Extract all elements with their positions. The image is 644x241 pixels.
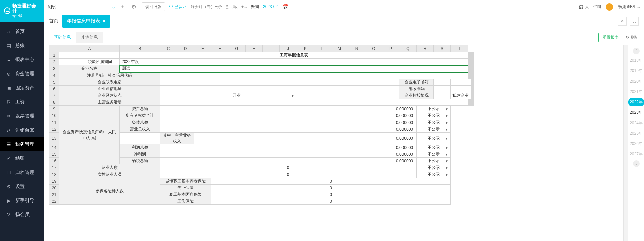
subtab-other[interactable]: 其他信息 [76, 32, 103, 43]
cell[interactable] [451, 86, 471, 92]
col-header[interactable]: H [246, 45, 263, 52]
brand-name: 畅捷通好会计 [12, 3, 40, 14]
year-option[interactable]: 2022年 [628, 98, 644, 106]
sidebar-item-tax[interactable]: ☰税务管理 [0, 137, 44, 151]
year-option[interactable]: 2026年 [628, 140, 644, 148]
col-header[interactable]: S [434, 45, 451, 52]
sheet-title: 工商年报信息表 [120, 52, 468, 59]
col-header[interactable]: I [263, 45, 280, 52]
year-option[interactable]: 2019年 [628, 67, 644, 75]
switch-old-button[interactable]: 切回旧版 [142, 2, 165, 11]
row-header[interactable]: 6 [49, 86, 59, 92]
row-header[interactable]: 2 [49, 59, 59, 65]
col-header[interactable]: L [314, 45, 331, 52]
year-down-icon[interactable]: ⌄ [633, 160, 640, 167]
inventory-icon: ⇄ [6, 128, 11, 133]
sidebar-item-label: 工资 [15, 99, 25, 105]
col-header[interactable]: C [160, 45, 177, 52]
col-header[interactable]: J [280, 45, 297, 52]
field-label: 企业联系电话 [59, 79, 160, 86]
expand-button[interactable]: ⛶ [630, 17, 639, 26]
year-up-icon[interactable]: ⌃ [633, 48, 640, 54]
period-value[interactable]: 2023-02 [263, 4, 278, 9]
year-option[interactable]: 2023年 [628, 108, 644, 117]
sidebar-item-archive[interactable]: ☐归档管理 [0, 165, 44, 180]
row-header[interactable]: 4 [49, 72, 59, 79]
year-option[interactable]: 2020年 [628, 77, 644, 86]
scrollbar-vertical[interactable] [623, 45, 628, 241]
year-option[interactable]: 2021年 [628, 88, 644, 96]
sidebar-item-invoice[interactable]: ✉发票管理 [0, 109, 44, 123]
subtab-basic[interactable]: 基础信息 [49, 32, 76, 43]
fund-icon: ⊙ [6, 71, 11, 77]
cell[interactable]: 私营企业 [451, 92, 471, 99]
col-header[interactable]: A [59, 45, 120, 52]
sidebar-item-inventory[interactable]: ⇄进销台账 [0, 123, 44, 137]
col-header[interactable]: G [228, 45, 246, 52]
certified-badge: 🛡 已认证 [169, 4, 186, 10]
year-option[interactable]: 2024年 [628, 119, 644, 127]
calendar-icon[interactable]: 📅 [282, 3, 289, 11]
col-header[interactable]: O [365, 45, 382, 52]
sidebar-item-salary[interactable]: ⎘工资 [0, 95, 44, 109]
close-all-tabs-button[interactable]: ✕ [618, 17, 627, 26]
close-icon: ✓ [6, 156, 11, 161]
add-icon[interactable]: ＋ [119, 3, 126, 11]
sidebar-item-guide[interactable]: ▶新手引导 [0, 194, 44, 208]
col-header[interactable]: Q [399, 45, 417, 52]
col-header[interactable]: K [297, 45, 314, 52]
company-name-cell[interactable]: 测试 [120, 65, 468, 72]
reset-button[interactable]: 重置报表 [598, 33, 623, 42]
col-header[interactable]: M [331, 45, 348, 52]
cell[interactable] [451, 79, 471, 86]
guide-icon: ▶ [6, 198, 11, 203]
cell[interactable]: 开业 [177, 92, 297, 99]
tab-home[interactable]: 首页 [49, 18, 58, 24]
sidebar-item-ledger[interactable]: ▤总账 [0, 39, 44, 53]
cell[interactable] [177, 86, 297, 92]
sidebar-item-settings[interactable]: ⚙设置 [0, 180, 44, 194]
sidebar-item-label: 固定资产 [15, 85, 34, 91]
cell[interactable] [177, 79, 297, 86]
sidebar-item-vip[interactable]: V畅会员 [0, 208, 44, 222]
col-header[interactable]: P [382, 45, 399, 52]
tax-icon: ☰ [6, 142, 11, 147]
row-header[interactable]: 3 [49, 65, 59, 72]
row-header[interactable]: 5 [49, 79, 59, 86]
org-selector[interactable]: 测试 ⌵ [48, 2, 115, 12]
year-option[interactable]: 2018年 [628, 56, 644, 65]
field-label: 主营业务活动 [59, 99, 160, 106]
row-header[interactable]: 8 [49, 99, 59, 106]
vip-icon: V [6, 212, 11, 218]
col-header[interactable]: N [348, 45, 365, 52]
gear-icon[interactable]: ⚙ [130, 3, 138, 11]
col-header[interactable]: F [211, 45, 228, 52]
sidebar-item-label: 发票管理 [15, 113, 34, 119]
sidebar-item-fund[interactable]: ⊙资金管理 [0, 67, 44, 81]
avatar[interactable] [606, 3, 613, 11]
spreadsheet[interactable]: ABCDEFGHIJKLMNOPQRST1工商年报信息表2税款所属期间：2022… [49, 45, 474, 205]
tab-close-icon[interactable]: × [103, 18, 105, 24]
col-header[interactable]: R [417, 45, 434, 52]
sidebar-item-close[interactable]: ✓结账 [0, 151, 44, 165]
col-header[interactable]: B [120, 45, 160, 52]
sidebar-item-home[interactable]: ⌂首页 [0, 25, 44, 39]
support-link[interactable]: 🎧 人工咨询 [579, 4, 601, 10]
sidebar-item-label: 资金管理 [15, 71, 34, 77]
sidebar-item-asset[interactable]: ▣固定资产 [0, 81, 44, 95]
col-header[interactable]: T [451, 45, 468, 52]
cell[interactable] [177, 99, 469, 106]
year-option[interactable]: 2025年 [628, 129, 644, 138]
col-header[interactable]: E [194, 45, 211, 52]
refresh-button[interactable]: ⟳ 刷新 [626, 35, 639, 40]
cloud-icon: ☁ [4, 7, 10, 14]
row-header[interactable]: 7 [49, 92, 59, 99]
cell[interactable] [177, 72, 469, 79]
row-header[interactable]: 1 [49, 52, 59, 59]
sidebar-item-report[interactable]: ≡报表中心 [0, 53, 44, 67]
col-header[interactable]: D [177, 45, 194, 52]
tab-active[interactable]: 年报信息申报表 × [62, 15, 110, 28]
year-option[interactable]: 2027年 [628, 150, 644, 158]
headset-icon: 🎧 [579, 5, 584, 9]
sheet-scroll[interactable]: ABCDEFGHIJKLMNOPQRST1工商年报信息表2税款所属期间：2022… [44, 45, 623, 241]
